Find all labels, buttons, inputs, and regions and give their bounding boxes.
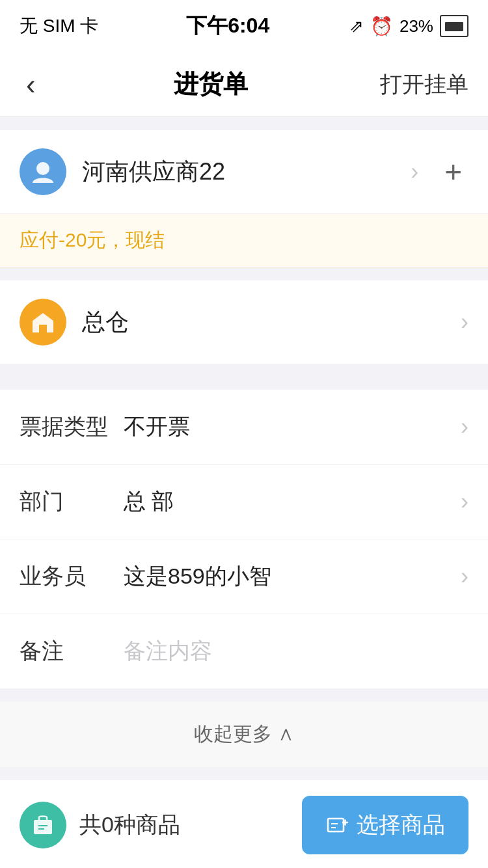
supplier-name: 河南供应商22 bbox=[82, 156, 411, 188]
battery-icon bbox=[440, 15, 468, 37]
bottom-bar: 共0种商品 选择商品 bbox=[0, 780, 488, 868]
top-divider bbox=[0, 117, 488, 130]
warehouse-row[interactable]: 总仓 › bbox=[0, 280, 488, 364]
invoice-type-row[interactable]: 票据类型 不开票 › bbox=[0, 390, 488, 465]
supplier-avatar bbox=[20, 148, 66, 195]
status-bar: 无 SIM 卡 下午6:04 ⇗ ⏰ 23% bbox=[0, 0, 488, 52]
back-button[interactable]: ‹ bbox=[20, 62, 42, 107]
select-product-button[interactable]: 选择商品 bbox=[302, 796, 468, 854]
page-title: 进货单 bbox=[174, 68, 248, 101]
open-pending-button[interactable]: 打开挂单 bbox=[380, 70, 468, 100]
time-label: 下午6:04 bbox=[186, 12, 269, 40]
notice-text: 应付-20元，现结 bbox=[20, 229, 165, 251]
department-label: 部门 bbox=[20, 487, 111, 517]
department-row[interactable]: 部门 总 部 › bbox=[0, 465, 488, 539]
supplier-chevron-icon: › bbox=[411, 158, 418, 185]
warehouse-icon bbox=[20, 299, 66, 346]
warehouse-chevron-icon: › bbox=[461, 308, 468, 336]
status-right: ⇗ ⏰ 23% bbox=[349, 15, 468, 37]
product-count-label: 共0种商品 bbox=[79, 810, 289, 840]
supplier-row[interactable]: 河南供应商22 › + bbox=[0, 130, 488, 214]
svg-rect-3 bbox=[34, 820, 52, 834]
select-product-icon bbox=[325, 813, 349, 837]
salesperson-label: 业务员 bbox=[20, 562, 111, 591]
battery-label: 23% bbox=[400, 16, 433, 36]
warehouse-name: 总仓 bbox=[82, 306, 461, 338]
remarks-label: 备注 bbox=[20, 636, 111, 666]
collapse-row[interactable]: 收起更多 ∧ bbox=[0, 701, 488, 767]
product-icon bbox=[20, 802, 66, 848]
salesperson-row[interactable]: 业务员 这是859的小智 › bbox=[0, 539, 488, 614]
svg-rect-2 bbox=[39, 325, 47, 332]
notice-divider bbox=[0, 267, 488, 280]
svg-point-1 bbox=[36, 162, 49, 175]
remarks-input[interactable]: 备注内容 bbox=[111, 636, 468, 666]
status-left: 无 SIM 卡 bbox=[20, 14, 106, 38]
carrier-label: 无 SIM 卡 bbox=[20, 14, 98, 38]
select-product-label: 选择商品 bbox=[357, 810, 445, 840]
invoice-type-chevron-icon: › bbox=[461, 413, 468, 441]
invoice-type-value: 不开票 bbox=[111, 412, 461, 442]
notice-banner: 应付-20元，现结 bbox=[0, 214, 488, 267]
collapse-label: 收起更多 ∧ bbox=[194, 721, 293, 748]
middle-divider bbox=[0, 364, 488, 377]
alarm-icon: ⏰ bbox=[370, 16, 393, 37]
department-chevron-icon: › bbox=[461, 488, 468, 515]
add-supplier-button[interactable]: + bbox=[438, 154, 468, 189]
salesperson-value: 这是859的小智 bbox=[111, 562, 461, 591]
department-value: 总 部 bbox=[111, 487, 461, 517]
nav-bar: ‹ 进货单 打开挂单 bbox=[0, 52, 488, 117]
location-icon: ⇗ bbox=[349, 16, 364, 36]
supplier-card: 河南供应商22 › + 应付-20元，现结 总仓 › bbox=[0, 130, 488, 364]
remarks-row[interactable]: 备注 备注内容 bbox=[0, 614, 488, 688]
svg-rect-6 bbox=[328, 819, 344, 832]
form-section: 票据类型 不开票 › 部门 总 部 › 业务员 这是859的小智 › 备注 备注… bbox=[0, 390, 488, 688]
salesperson-chevron-icon: › bbox=[461, 563, 468, 590]
invoice-type-label: 票据类型 bbox=[20, 412, 111, 442]
